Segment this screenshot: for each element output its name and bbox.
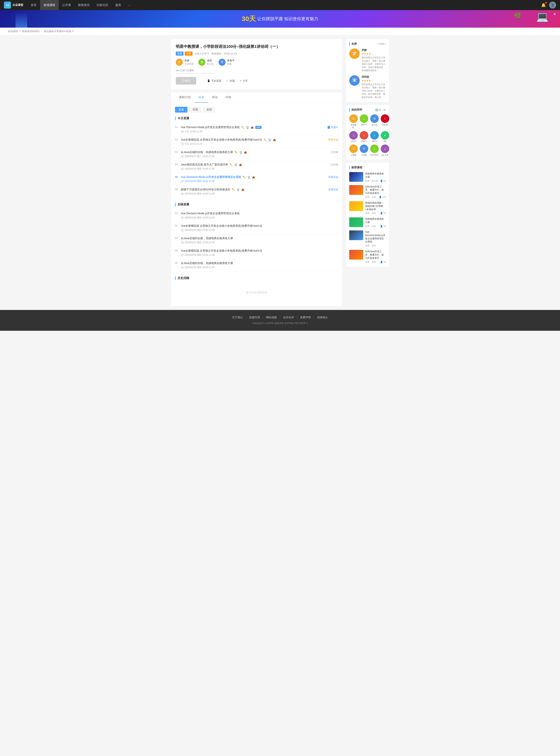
history-section: 历史回顾 暂无历史回顾课程 [175, 276, 338, 302]
nav-item-more[interactable]: ··· [125, 0, 134, 10]
lesson-info: Vue Element+Node.js开发企业通用管理后台系统 ✏️ 🗑️ 📤 … [181, 126, 328, 133]
table-row: 04 Vue全家桶实战 从零独立开发企业级小米电商系统(免费升级Vue3.0) … [175, 247, 338, 259]
nav-item-exam[interactable]: 题库 [112, 0, 125, 10]
classmate-avatar: 1 [370, 131, 379, 140]
collect-button[interactable]: ☆ 收藏 [226, 79, 235, 83]
classmate: 1 1567** [360, 131, 368, 142]
nav-item-news[interactable]: 新闻资讯 [75, 0, 93, 10]
rec-info: 高级电商全栈系统大课 讲师：张小锋 👤 34 [365, 172, 386, 182]
classmate-avatar: C [381, 114, 389, 123]
nav-item-open[interactable]: 公开课 [59, 0, 75, 10]
classmates-grid: 化 化学教书... 1 1567** 张 张小田 C Charles [349, 114, 386, 157]
rec-meta: 讲师：张田 [365, 244, 386, 247]
tab-intro[interactable]: 课程介绍 [175, 92, 195, 103]
share-button[interactable]: ↗ 分享 [239, 79, 248, 83]
rec-course-4[interactable]: 高级电商全栈系统大课 讲师：冷崔 👤 40 [349, 217, 386, 228]
bought-button[interactable]: 已购买 [176, 77, 196, 84]
teacher-2-role: 班主任 [207, 62, 214, 66]
nav-item-discover[interactable]: 发现课程 [40, 0, 59, 10]
nav-items: 首页 发现课程 公开课 新闻资讯 问答社区 题库 ··· [27, 0, 541, 10]
lesson-name: 从Java后端到全栈，高级电商全栈系统大课 [181, 261, 338, 265]
tab-qa[interactable]: 问答 [222, 92, 235, 103]
mobile-watch-button[interactable]: 📱 手机观看 [207, 79, 221, 83]
classmate-name: 化学教书... [349, 124, 358, 129]
classmate: 化 化学教书... [349, 114, 358, 129]
share-icon: 📤 [241, 188, 244, 191]
footer-link-partner[interactable]: 合作伙伴 [280, 316, 297, 319]
sidebar-teacher-1-stars: ★★★★☆ [362, 52, 386, 55]
tab-comment[interactable]: 评论 [208, 92, 222, 103]
teacher-2: 凌 凌荷 班主任 [198, 59, 214, 66]
lesson-time: 🕐 今日 10:00-11:00 [181, 130, 328, 133]
lesson-info: Java项目面试实操 提升大厂面试成功率 ✏️ 🗑️ 📤 🕐 2020/02/2… [181, 163, 331, 171]
sidebar-teacher-1-avatar: 罗 [349, 48, 360, 59]
sub-tab-record[interactable]: 录播 [189, 107, 201, 113]
rec-title: 玩转Java开发工具，精通JUC，成为开发多面手 [365, 185, 386, 195]
future-live-title: 后续直播 [175, 203, 338, 206]
rec-course-3[interactable]: 前端全栈加强版！前端全栈+全周期+多维应用 讲师：岳田 👤 56 [349, 201, 386, 215]
breadcrumb-discover[interactable]: 发现课程 [8, 30, 18, 33]
footer-link-sitemap[interactable]: 网站地图 [263, 316, 280, 319]
teacher-1-name: 罗静 [184, 59, 194, 62]
rec-course-6[interactable]: 玩转Java开发工具，精通JUC，成为开发多面手 讲师：岳田 👤 46 [349, 250, 386, 263]
rec-course-2[interactable]: 玩转Java开发工具，精通JUC，成为开发多面手 讲师：王崔 👤 123 [349, 185, 386, 199]
rec-title: 高级电商全栈系统大课 [365, 217, 386, 224]
lesson-info: Vue Element+Node.js开发企业通用管理后台系统 ✏️ 🗑️ 📤 … [181, 175, 328, 183]
teacher-2-avatar: 凌 [198, 59, 205, 66]
rec-course-5[interactable]: Vue Element+Node.js开发企业通用管理后台系统 讲师：张田 [349, 231, 386, 247]
edit-icon: ✏️ [235, 151, 238, 154]
classmate: 1 1867** [370, 131, 379, 142]
teacher-3-avatar: 青 [219, 59, 225, 66]
lesson-name: 从Java后端到全栈，高级电商全栈系统大课 [181, 151, 233, 154]
classmate-avatar: 1 [349, 131, 358, 140]
history-title: 历史回顾 [175, 276, 338, 280]
classmates-refresh-button[interactable]: 🔄 换一换 [375, 108, 386, 112]
today-live-section: 今日直播 01 Vue Element+Node.js开发企业通用管理后台系统 … [175, 117, 338, 198]
rec-meta: 讲师：岳田 👤 46 [365, 261, 386, 263]
tag-record: 录播 [185, 52, 193, 56]
notification-bell[interactable]: 🔔 [541, 3, 546, 7]
classmate: q qq_天涯 [381, 144, 389, 157]
user-avatar[interactable]: 👤 [549, 2, 556, 8]
future-live-section: 后续直播 01 Vue Element+Node.js开发企业通用管理后台系统 … [175, 203, 338, 272]
teachers-nav[interactable]: < 1/10 > [377, 43, 386, 45]
footer-link-recruit[interactable]: 招资纳士 [315, 316, 331, 319]
banner-close-button[interactable]: ✕ [553, 12, 556, 16]
edit-icon: ✏️ [243, 176, 246, 179]
footer-link-disclaimer[interactable]: 免费声明 [297, 316, 314, 319]
nav-item-home[interactable]: 首页 [27, 0, 40, 10]
sidebar-teacher-2: 宋 宋利坚 ★★★★☆ 国内某重点大学安全工程专业硕士，国家一级注册消防工程师、… [349, 75, 386, 99]
rec-course-1[interactable]: 高级电商全栈系统大课 讲师：张小锋 👤 34 [349, 172, 386, 182]
nav-item-qa[interactable]: 问答社区 [93, 0, 112, 10]
classmate: S Summers [370, 144, 379, 157]
sub-tab-live[interactable]: 直播 [175, 107, 187, 113]
footer-link-about[interactable]: 关于我们 [229, 316, 245, 319]
sub-tab-class[interactable]: 面授 [203, 107, 216, 113]
classmate: 大 大笨狼 [360, 144, 368, 157]
live-bar-icon [328, 126, 330, 129]
table-row: 05 Vue Element+Node.js开发企业通用管理后台系统 ✏️ 🗑️… [175, 173, 338, 185]
tab-catalog[interactable]: 目录 [195, 92, 208, 103]
banner-laptop: 💻 [536, 11, 548, 22]
classmate: C Charles [381, 114, 389, 129]
nav-logo[interactable]: 云朵 云朵课堂 [4, 2, 23, 8]
sidebar-teacher-2-desc: 国内某重点大学安全工程专业硕士，国家一级注册消防工程师、注册安全工程师、级注册建… [362, 83, 386, 99]
teachers-card-title: 名师 < 1/10 > [349, 42, 386, 46]
table-row: 05 从Java后端到全栈，高级电商全栈系统大课 🕐2020/02/26 周四 … [175, 259, 338, 272]
lesson-name: Vue Element+Node.js开发企业通用管理后台系统 [181, 175, 241, 179]
lesson-time: 🕐 2020/02/27 周三 10:00-11:00 [181, 155, 331, 158]
breadcrumb-series[interactable]: 新媒体营销系列 [22, 30, 40, 33]
footer-link-agent[interactable]: 加盟代理 [246, 316, 263, 319]
classmate-name: 张小田 [372, 124, 377, 126]
banner-content: 30天 让你摆脱平庸 知识使你更有魅力 [242, 14, 318, 23]
classmate: 张 张小田 [370, 114, 379, 129]
lesson-status: 查看回放 [328, 188, 338, 191]
classmate-name: qq_天涯 [381, 154, 389, 157]
classmate-avatar: 张 [370, 114, 379, 123]
delete-icon: 🗑️ [239, 151, 242, 154]
tabs-content: 直播 录播 面授 今日直播 01 Vue Elemen [171, 103, 342, 306]
sidebar-teacher-2-name: 宋利坚 [362, 75, 386, 79]
logo-text: 云朵课堂 [13, 3, 23, 7]
rec-thumb [349, 250, 363, 260]
lesson-info: 从Java后端到全栈，高级电商全栈系统大课 🕐2020/02/26 周四 10:… [181, 261, 338, 269]
